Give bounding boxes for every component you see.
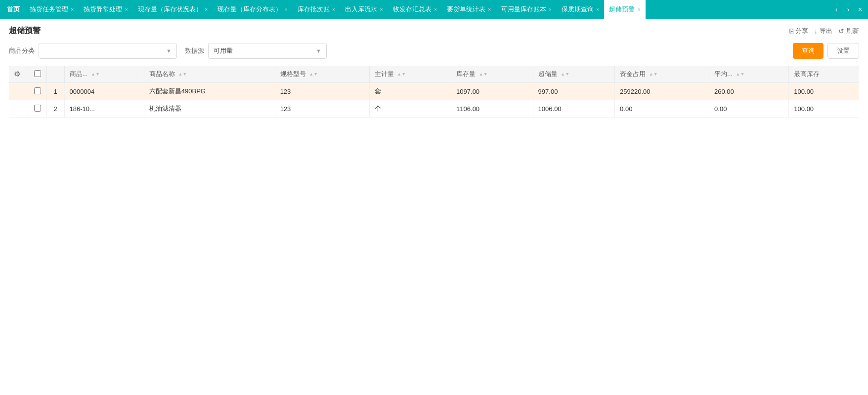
capital-sort[interactable]: ▲▼: [649, 72, 658, 77]
nav-item-close-collect-summary[interactable]: ×: [434, 6, 437, 12]
nav-item-inout-flow[interactable]: 出入库流水 ×: [340, 0, 388, 19]
nav-item-close-quality-period[interactable]: ×: [596, 6, 599, 12]
category-dropdown-arrow: ▼: [166, 48, 172, 54]
nav-item-close-inventory-status[interactable]: ×: [205, 6, 208, 12]
stock-sort[interactable]: ▲▼: [479, 72, 488, 77]
nav-item-label-inventory-dist: 现存量（库存分布表）: [217, 5, 282, 14]
nav-item-close-inout-flow[interactable]: ×: [380, 6, 383, 12]
nav-next-arrow[interactable]: ›: [842, 0, 854, 19]
refresh-icon: ↺: [838, 27, 844, 35]
row-product-name-1: 机油滤清器: [144, 100, 275, 118]
datasource-select[interactable]: 可用量 ▼: [208, 43, 327, 59]
row-stock-0: 1097.00: [451, 83, 533, 100]
product-name-header: 商品名称 ▲▼: [144, 66, 275, 83]
nav-item-collect-summary[interactable]: 收发存汇总表 ×: [388, 0, 442, 19]
category-label: 商品分类: [9, 46, 35, 55]
nav-item-smelting-task[interactable]: 拣货任务管理 ×: [25, 0, 79, 19]
overstock-header: 超储量 ▲▼: [533, 66, 615, 83]
row-product-name-0: 六配套新昌490BPG: [144, 83, 275, 100]
nav-item-label-available-account: 可用量库存账本: [501, 5, 546, 14]
product-name-sort[interactable]: ▲▼: [178, 72, 187, 77]
row-unit-0: 套: [369, 83, 451, 100]
row-max-stock-1: 100.00: [789, 100, 859, 118]
row-checkbox-1[interactable]: [34, 105, 41, 112]
export-icon: ↓: [814, 27, 818, 35]
nav-item-smelting-abnormal[interactable]: 拣货异常处理 ×: [79, 0, 132, 19]
nav-item-label-smelting-task: 拣货任务管理: [30, 5, 68, 14]
table-header: ⚙ 商品... ▲▼ 商品名称 ▲▼ 规格型号 ▲▼: [9, 66, 859, 83]
avg-sort[interactable]: ▲▼: [736, 72, 745, 77]
row-num-1: 2: [46, 100, 64, 118]
query-button[interactable]: 查询: [793, 43, 824, 59]
refresh-button[interactable]: ↺ 刷新: [838, 27, 859, 36]
datasource-select-value: 可用量: [214, 46, 233, 55]
category-select[interactable]: ▼: [39, 43, 177, 59]
stock-header: 库存量 ▲▼: [451, 66, 533, 83]
nav-item-close-inventory-dist[interactable]: ×: [284, 6, 287, 12]
nav-item-home[interactable]: 首页: [2, 0, 25, 19]
header-actions: ⎘ 分享 ↓ 导出 ↺ 刷新: [789, 27, 859, 36]
nav-item-close-batch-account[interactable]: ×: [332, 6, 335, 12]
overstock-sort[interactable]: ▲▼: [561, 72, 569, 77]
product-code-sort[interactable]: ▲▼: [91, 72, 100, 77]
export-button[interactable]: ↓ 导出: [814, 27, 832, 36]
nav-item-quality-period[interactable]: 保质期查询 ×: [557, 0, 604, 19]
settings-button[interactable]: 设置: [827, 43, 859, 59]
filter-row: 商品分类 ▼ 数据源 可用量 ▼ 查询 设置: [9, 43, 859, 59]
nav-prev-arrow[interactable]: ‹: [830, 0, 842, 19]
row-checkbox-cell-0: [29, 83, 46, 100]
table-body: 1 0000004 六配套新昌490BPG 123 套 1097.00 997.…: [9, 83, 859, 118]
nav-item-close-overstock-warning[interactable]: ×: [637, 6, 640, 12]
row-avg-0: 260.00: [709, 83, 789, 100]
select-all-checkbox[interactable]: [34, 70, 41, 77]
nav-item-label-order-stats: 要货单统计表: [447, 5, 485, 14]
row-checkbox-cell-1: [29, 100, 46, 118]
nav-item-order-stats[interactable]: 要货单统计表 ×: [442, 0, 496, 19]
row-gear-1: [9, 100, 29, 118]
row-unit-1: 个: [369, 100, 451, 118]
num-header: [46, 66, 64, 83]
share-button[interactable]: ⎘ 分享: [789, 27, 808, 36]
nav-item-label-smelting-abnormal: 拣货异常处理: [84, 5, 122, 14]
nav-item-close-order-stats[interactable]: ×: [488, 6, 491, 12]
row-checkbox-0[interactable]: [34, 87, 41, 94]
nav-item-label-quality-period: 保质期查询: [562, 5, 594, 14]
nav-item-inventory-dist[interactable]: 现存量（库存分布表） ×: [213, 0, 292, 19]
gear-header-icon[interactable]: ⚙: [14, 70, 20, 78]
avg-header: 平均... ▲▼: [709, 66, 789, 83]
unit-header: 主计量 ▲▼: [369, 66, 451, 83]
row-overstock-1: 1006.00: [533, 100, 615, 118]
max-stock-header: 最高库存: [789, 66, 859, 83]
filter-actions: 查询 设置: [793, 43, 859, 59]
nav-close-arrow[interactable]: ×: [854, 0, 866, 19]
spec-sort[interactable]: ▲▼: [309, 72, 318, 77]
datasource-filter-group: 数据源 可用量 ▼: [185, 43, 327, 59]
nav-item-close-smelting-task[interactable]: ×: [71, 6, 74, 12]
nav-item-close-available-account[interactable]: ×: [549, 6, 552, 12]
nav-item-overstock-warning[interactable]: 超储预警 ×: [604, 0, 645, 19]
nav-item-label-inout-flow: 出入库流水: [345, 5, 377, 14]
row-product-code-0: 0000004: [64, 83, 144, 100]
nav-item-label-inventory-status: 现存量（库存状况表）: [138, 5, 202, 14]
row-gear-0: [9, 83, 29, 100]
nav-item-batch-account[interactable]: 库存批次账 ×: [293, 0, 340, 19]
nav-item-available-account[interactable]: 可用量库存账本 ×: [496, 0, 557, 19]
datasource-label: 数据源: [185, 46, 204, 55]
category-filter-group: 商品分类 ▼: [9, 43, 177, 59]
top-nav: 首页拣货任务管理 ×拣货异常处理 ×现存量（库存状况表） ×现存量（库存分布表）…: [0, 0, 868, 19]
nav-item-close-smelting-abnormal[interactable]: ×: [125, 6, 128, 12]
page-content: 超储预警 ⎘ 分享 ↓ 导出 ↺ 刷新 商品分类 ▼ 数据源: [0, 19, 868, 124]
gear-header: ⚙: [9, 66, 29, 83]
unit-sort[interactable]: ▲▼: [397, 72, 406, 77]
table-header-row: ⚙ 商品... ▲▼ 商品名称 ▲▼ 规格型号 ▲▼: [9, 66, 859, 83]
row-spec-0: 123: [275, 83, 369, 100]
row-max-stock-0: 100.00: [789, 83, 859, 100]
row-spec-1: 123: [275, 100, 369, 118]
data-table: ⚙ 商品... ▲▼ 商品名称 ▲▼ 规格型号 ▲▼: [9, 66, 859, 118]
nav-item-inventory-status[interactable]: 现存量（库存状况表） ×: [133, 0, 213, 19]
checkbox-header: [29, 66, 46, 83]
datasource-dropdown-arrow: ▼: [316, 48, 321, 54]
row-capital-0: 259220.00: [615, 83, 709, 100]
row-capital-1: 0.00: [615, 100, 709, 118]
product-code-header: 商品... ▲▼: [64, 66, 144, 83]
